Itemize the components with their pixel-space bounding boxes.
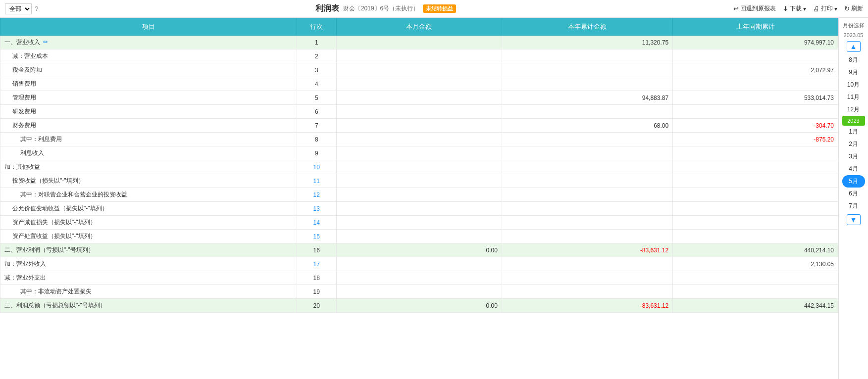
sidebar-month-item[interactable]: 12月 [842, 103, 865, 116]
sidebar-month-item[interactable]: 3月 [842, 150, 865, 163]
table-row: 公允价值变动收益（损失以"-"填列）13 [0, 202, 838, 216]
item-cell: 研发费用 [0, 105, 297, 119]
top-bar-actions: ↩ 回退到原报表 ⬇ 下载 ▾ 🖨 打印 ▾ ↻ 刷新 [733, 4, 863, 13]
prev-year-cell: 2,130.05 [673, 257, 838, 271]
prev-year-cell: 2,072.97 [673, 63, 838, 77]
item-cell: 其中：非流动资产处置损失 [0, 285, 297, 299]
item-cell: 财务费用 [0, 119, 297, 133]
prev-year-cell: -875.20 [673, 133, 838, 146]
table-row: 其中：利息费用8-875.20 [0, 133, 838, 146]
row-number-cell: 18 [297, 271, 337, 285]
year-amount-cell [502, 77, 672, 91]
item-cell: 利息收入 [0, 146, 297, 160]
nav-down-btn[interactable]: ▼ [847, 214, 861, 225]
help-icon[interactable]: ? [35, 5, 38, 12]
prev-year-cell [673, 49, 838, 63]
year-amount-cell [502, 257, 672, 271]
month-amount-cell [337, 105, 502, 119]
col-header-month: 本月金额 [337, 18, 502, 36]
item-cell: 销售费用 [0, 77, 297, 91]
table-row: 加：其他收益10 [0, 160, 838, 174]
year-amount-cell [502, 105, 672, 119]
month-amount-cell: 0.00 [337, 243, 502, 257]
item-cell: 税金及附加 [0, 63, 297, 77]
download-btn[interactable]: ⬇ 下载 ▾ [783, 4, 806, 13]
sidebar-month-item[interactable]: 4月 [842, 163, 865, 175]
row-number-cell[interactable]: 10 [297, 160, 337, 174]
row-number-cell[interactable]: 13 [297, 202, 337, 216]
month-amount-cell [337, 91, 502, 105]
sidebar-month-item[interactable]: 9月 [842, 66, 865, 79]
sidebar-month-item[interactable]: 11月 [842, 91, 865, 103]
prev-year-cell [673, 271, 838, 285]
month-list: 8月9月10月11月12月20231月2月3月4月5月6月7月 [842, 54, 865, 212]
category-dropdown[interactable]: 全部 [5, 3, 32, 14]
item-cell: 加：其他收益 [0, 160, 297, 174]
year-amount-cell [502, 160, 672, 174]
year-amount-cell [502, 271, 672, 285]
row-number-cell: 3 [297, 63, 337, 77]
item-cell: 三、利润总额（亏损总额以"-"号填列） [0, 299, 297, 313]
prev-year-cell [673, 174, 838, 188]
row-number-cell: 7 [297, 119, 337, 133]
row-number-cell[interactable]: 11 [297, 174, 337, 188]
sidebar-month-item[interactable]: 7月 [842, 200, 865, 212]
year-amount-cell: -83,631.12 [502, 243, 672, 257]
table-row: 二、营业利润（亏损以"-"号填列）160.00-83,631.12440,214… [0, 243, 838, 257]
item-cell: 一、营业收入✏ [0, 36, 297, 49]
item-cell: 二、营业利润（亏损以"-"号填列） [0, 243, 297, 257]
sidebar-nav-down: ▼ [847, 212, 861, 227]
item-cell: 减：营业成本 [0, 49, 297, 63]
edit-icon[interactable]: ✏ [43, 39, 48, 46]
table-row: 减：营业外支出18 [0, 271, 838, 285]
table-row: 资产减值损失（损失以"-"填列）14 [0, 216, 838, 230]
nav-up-btn[interactable]: ▲ [847, 41, 861, 52]
col-header-item: 项目 [0, 18, 297, 36]
month-amount-cell [337, 257, 502, 271]
page-title-area: 利润表 财会〔2019〕6号（未执行） 未结转损益 [315, 3, 456, 14]
month-amount-cell [337, 119, 502, 133]
print-btn[interactable]: 🖨 打印 ▾ [813, 4, 837, 13]
table-row: 研发费用6 [0, 105, 838, 119]
row-number-cell: 4 [297, 77, 337, 91]
prev-year-cell: 440,214.10 [673, 243, 838, 257]
item-cell: 管理费用 [0, 91, 297, 105]
item-cell: 资产处置收益（损失以"-"填列） [0, 230, 297, 243]
row-number-cell[interactable]: 12 [297, 188, 337, 202]
year-amount-cell [502, 230, 672, 243]
sidebar-month-item[interactable]: 2月 [842, 138, 865, 150]
month-amount-cell [337, 63, 502, 77]
sidebar-month-item[interactable]: 2023 [842, 116, 865, 126]
row-number-cell: 1 [297, 36, 337, 49]
row-number-cell[interactable]: 15 [297, 230, 337, 243]
prev-year-cell: -304.70 [673, 119, 838, 133]
year-amount-cell [502, 63, 672, 77]
row-number-cell[interactable]: 14 [297, 216, 337, 230]
sidebar-month-item[interactable]: 1月 [842, 126, 865, 138]
row-number-cell: 2 [297, 49, 337, 63]
table-row: 其中：非流动资产处置损失19 [0, 285, 838, 299]
year-amount-cell [502, 188, 672, 202]
row-number-cell[interactable]: 17 [297, 257, 337, 271]
table-row: 销售费用4 [0, 77, 838, 91]
table-row: 税金及附加32,072.97 [0, 63, 838, 77]
top-bar: 全部 ? 利润表 财会〔2019〕6号（未执行） 未结转损益 ↩ 回退到原报表 … [0, 0, 868, 18]
table-row: 利息收入9 [0, 146, 838, 160]
status-badge: 未结转损益 [423, 4, 456, 13]
refresh-btn[interactable]: ↻ 刷新 [844, 4, 863, 13]
prev-year-cell [673, 230, 838, 243]
sidebar-month-item[interactable]: 6月 [842, 188, 865, 200]
sidebar-month-item[interactable]: 10月 [842, 79, 865, 91]
table-row: 资产处置收益（损失以"-"填列）15 [0, 230, 838, 243]
table-area[interactable]: 项目 行次 本月金额 本年累计金额 上年同期累计 一、营业收入✏111,320.… [0, 18, 838, 379]
table-row: 其中：对联营企业和合营企业的投资收益12 [0, 188, 838, 202]
year-amount-cell: 68.00 [502, 119, 672, 133]
item-cell: 其中：利息费用 [0, 133, 297, 146]
sidebar-month-item[interactable]: 8月 [842, 54, 865, 66]
sidebar-month-active[interactable]: 5月 [842, 175, 865, 188]
year-amount-cell [502, 216, 672, 230]
back-to-original-btn[interactable]: ↩ 回退到原报表 [733, 4, 776, 13]
month-amount-cell: 0.00 [337, 299, 502, 313]
year-amount-cell [502, 146, 672, 160]
month-amount-cell [337, 230, 502, 243]
